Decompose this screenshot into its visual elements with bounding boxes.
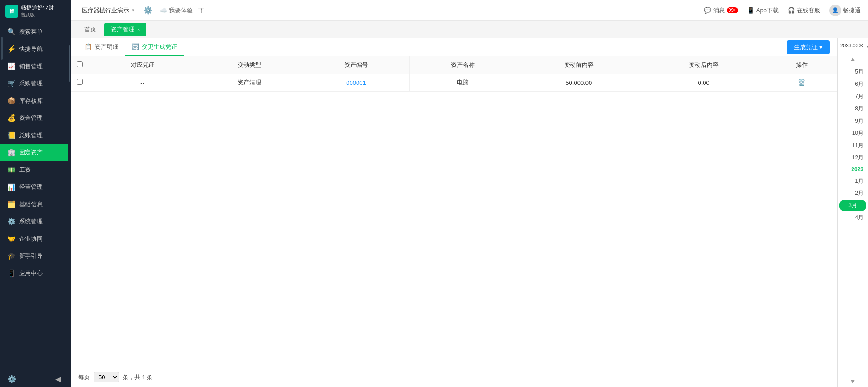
logo-icon: 畅 xyxy=(5,5,18,18)
settings-bottom-icon[interactable]: ⚙️ xyxy=(7,375,16,383)
sidebar-item-label: 快捷导航 xyxy=(19,45,43,53)
message-action[interactable]: 💬 消息 99+ xyxy=(704,6,738,15)
select-all-header xyxy=(71,56,89,74)
experience-button[interactable]: ☁️ 我要体验一下 xyxy=(160,6,204,15)
month-7[interactable]: 7月 xyxy=(838,90,868,103)
total-label: 条，共 1 条 xyxy=(123,373,153,382)
scroll-up-arrow[interactable]: ▲ xyxy=(838,53,868,64)
payroll-icon: 💵 xyxy=(7,166,15,174)
month-3-current[interactable]: 3月 xyxy=(839,200,866,211)
sidebar-item-sales[interactable]: 📈 销售管理 xyxy=(0,58,68,75)
finance-icon: 💰 xyxy=(7,114,15,122)
inner-tab-label: 变更生成凭证 xyxy=(142,43,177,51)
month-6[interactable]: 6月 xyxy=(838,78,868,90)
sidebar-item-inventory[interactable]: 📦 库存核算 xyxy=(0,92,68,109)
sidebar-item-payroll[interactable]: 💵 工资 xyxy=(0,161,68,179)
cell-action: 🗑️ xyxy=(766,74,837,92)
col-voucher: 对应凭证 xyxy=(89,56,196,74)
cell-voucher: -- xyxy=(89,74,196,92)
sidebar-item-label: 企业协同 xyxy=(19,235,43,243)
month-9[interactable]: 9月 xyxy=(838,115,868,127)
service-icon: 🎧 xyxy=(788,7,795,14)
tab-assets[interactable]: 资产管理 × xyxy=(104,23,146,36)
sidebar-item-label: 系统管理 xyxy=(19,218,43,226)
sidebar-item-label: 新手引导 xyxy=(19,252,43,260)
content-area: 📋 资产明细 🔄 变更生成凭证 生成凭证 ▾ xyxy=(71,38,837,387)
sidebar-item-label: 经营管理 xyxy=(19,183,43,191)
row-checkbox[interactable] xyxy=(77,79,83,85)
sidebar-item-system[interactable]: ⚙️ 系统管理 xyxy=(0,213,68,230)
user-action[interactable]: 👤 畅捷通 xyxy=(829,5,861,16)
month-2[interactable]: 2月 xyxy=(838,187,868,199)
sidebar-item-label: 固定资产 xyxy=(19,149,43,157)
basic-info-icon: 🗂️ xyxy=(7,200,15,208)
tabs-bar: 首页 资产管理 × xyxy=(71,21,868,38)
month-4[interactable]: 4月 xyxy=(838,212,868,224)
purchase-icon: 🛒 xyxy=(7,79,15,88)
tab-assets-label: 资产管理 xyxy=(111,25,134,34)
dropdown-icon: ▾ xyxy=(132,7,134,13)
panel-close-icon[interactable]: ✕ xyxy=(858,42,864,49)
header-right: 💬 消息 99+ 📱 App下载 🎧 在线客服 👤 畅捷通 xyxy=(704,5,861,16)
generate-voucher-button[interactable]: 生成凭证 ▾ xyxy=(787,40,830,54)
asset-detail-icon: 📋 xyxy=(84,43,92,50)
company-name: 医疗器械行业演示 xyxy=(82,6,129,15)
month-11[interactable]: 11月 xyxy=(838,139,868,152)
inventory-icon: 📦 xyxy=(7,97,15,105)
sidebar-item-guide[interactable]: 🎓 新手引导 xyxy=(0,248,68,265)
fixed-assets-icon: 🏢 xyxy=(7,149,15,157)
operations-icon: 📊 xyxy=(7,183,15,191)
sidebar-nav: 🔍 搜索菜单 ⚡ 快捷导航 📈 销售管理 🛒 采购管理 📦 库存核算 💰 资金管… xyxy=(0,23,68,371)
ledger-icon: 📒 xyxy=(7,131,15,139)
sidebar-item-collab[interactable]: 🤝 企业协同 xyxy=(0,230,68,248)
tab-close-icon[interactable]: × xyxy=(137,27,140,32)
scroll-down-arrow[interactable]: ▼ xyxy=(838,376,868,387)
sidebar-item-basic-info[interactable]: 🗂️ 基础信息 xyxy=(0,196,68,213)
search-icon: 🔍 xyxy=(7,28,15,36)
month-1[interactable]: 1月 xyxy=(838,175,868,187)
sidebar-item-purchase[interactable]: 🛒 采购管理 xyxy=(0,75,68,92)
page-size-select[interactable]: 50 10 20 100 xyxy=(94,372,119,382)
company-selector[interactable]: 医疗器械行业演示 ▾ xyxy=(78,5,138,16)
sidebar-item-ledger[interactable]: 📒 总账管理 xyxy=(0,127,68,144)
col-change-type: 变动类型 xyxy=(196,56,303,74)
sidebar-item-search[interactable]: 🔍 搜索菜单 xyxy=(0,23,68,40)
inner-tab-asset-detail[interactable]: 📋 资产明细 xyxy=(78,38,125,56)
collab-icon: 🤝 xyxy=(7,235,15,243)
sidebar-item-fixed-assets[interactable]: 🏢 固定资产 xyxy=(0,144,68,161)
cell-before: 50,000.00 xyxy=(516,74,641,92)
customer-service-action[interactable]: 🎧 在线客服 xyxy=(788,6,820,15)
month-8[interactable]: 8月 xyxy=(838,103,868,115)
right-panel-header: 2023.03 ✕ ⤢ xyxy=(838,38,868,53)
month-5[interactable]: 5月 xyxy=(838,66,868,78)
cell-asset-no: 000001 xyxy=(303,74,409,92)
sidebar-item-finance[interactable]: 💰 资金管理 xyxy=(0,109,68,127)
month-10[interactable]: 10月 xyxy=(838,127,868,139)
panel-expand-icon[interactable]: ⤢ xyxy=(866,42,868,49)
app-download-action[interactable]: 📱 App下载 xyxy=(747,6,779,15)
asset-table: 对应凭证 变动类型 资产编号 资产名称 变动前内容 变动后内容 操作 xyxy=(71,56,837,92)
sidebar-item-label: 应用中心 xyxy=(19,269,43,278)
sidebar-item-quicknav[interactable]: ⚡ 快捷导航 xyxy=(0,40,68,58)
collapse-icon[interactable]: ◀ xyxy=(55,375,61,383)
sidebar-item-apps[interactable]: 📱 应用中心 xyxy=(0,265,68,282)
quicknav-icon: ⚡ xyxy=(7,45,15,53)
select-all-checkbox[interactable] xyxy=(77,61,83,67)
inner-tabs: 📋 资产明细 🔄 变更生成凭证 生成凭证 ▾ xyxy=(71,38,837,56)
inner-tab-change-voucher[interactable]: 🔄 变更生成凭证 xyxy=(125,38,184,56)
month-scroll: 5月 6月 7月 8月 9月 10月 11月 12月 2023 1月 2月 3月… xyxy=(838,64,868,376)
table-row: -- 资产清理 000001 电脑 50,000.00 0.00 🗑️ xyxy=(71,74,837,92)
month-12[interactable]: 12月 xyxy=(838,152,868,164)
avatar: 👤 xyxy=(829,5,841,16)
settings-icon[interactable]: ⚙️ xyxy=(144,6,153,15)
sidebar: 畅 畅捷通好业财 普及版 🔍 搜索菜单 ⚡ 快捷导航 📈 销售管理 🛒 采购管理… xyxy=(0,0,68,387)
col-action: 操作 xyxy=(766,56,837,74)
tab-home[interactable]: 首页 xyxy=(78,23,103,36)
delete-icon[interactable]: 🗑️ xyxy=(798,79,805,86)
sidebar-bottom: ⚙️ ◀ xyxy=(0,371,68,387)
system-icon: ⚙️ xyxy=(7,218,15,226)
panel-year-month: 2023.03 xyxy=(840,43,858,48)
cell-asset-name: 电脑 xyxy=(410,74,516,92)
cell-change-type: 资产清理 xyxy=(196,74,303,92)
sidebar-item-operations[interactable]: 📊 经营管理 xyxy=(0,179,68,196)
